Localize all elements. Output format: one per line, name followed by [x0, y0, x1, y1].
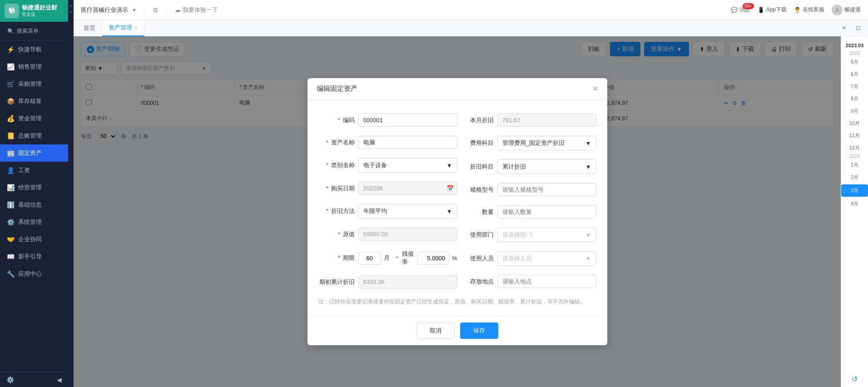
sidebar-item-sales[interactable]: 📈 销售管理: [0, 58, 68, 75]
sidebar-search-section: 🔍 搜索菜单: [0, 22, 68, 41]
form-left-col: * 编码 * 资产名称: [318, 109, 457, 293]
sidebar-item-quick-nav[interactable]: ⚡ 快捷导航: [0, 41, 68, 58]
sidebar-item-payroll[interactable]: 👤 工资: [0, 162, 68, 179]
dep-method-value: 年限平均: [363, 207, 387, 215]
dep-method-select[interactable]: 年限平均 ▼: [358, 204, 457, 218]
dep-method-label: * 折旧方法: [318, 207, 355, 215]
sidebar-item-label: 新手引导: [18, 253, 42, 261]
cal-month-1[interactable]: 1月: [841, 159, 868, 171]
sidebar-scroll: ▲ ▼: [68, 0, 74, 387]
save-button[interactable]: 保存: [460, 322, 498, 339]
finance-icon: 💰: [6, 115, 15, 122]
period-input[interactable]: [358, 252, 381, 265]
cal-month-6[interactable]: 6月: [841, 68, 868, 80]
inventory-icon: 📦: [6, 98, 15, 105]
cloud-btn[interactable]: ☁ 我要体验一下: [175, 6, 218, 14]
sidebar-item-label: 库存核算: [18, 97, 42, 105]
model-input[interactable]: [497, 183, 596, 196]
personnel-select[interactable]: 请选择人员 ▼: [497, 251, 596, 266]
dep-subject-select[interactable]: 累计折旧 ▼: [497, 159, 596, 174]
location-label: 存放地点: [457, 278, 494, 286]
topbar-right: 💬 消息 99+ 📱 App下载 👨‍💼 在线客服 人 畅捷通: [731, 5, 861, 15]
quantity-input[interactable]: [497, 205, 596, 218]
department-label: 使用部门: [457, 231, 494, 239]
sidebar-item-basic-info[interactable]: ℹ️ 基础信息: [0, 196, 68, 213]
category-value: 电子设备: [363, 161, 387, 169]
sidebar-item-system[interactable]: ⚙️ 系统管理: [0, 213, 68, 231]
customer-service-btn[interactable]: 👨‍💼 在线客服: [794, 6, 824, 14]
company-dropdown-icon[interactable]: ▼: [132, 7, 137, 13]
sidebar-item-fixed-assets[interactable]: 🏢 固定资产: [0, 144, 68, 162]
original-value-input[interactable]: [358, 228, 457, 241]
original-value-row: * 原值: [318, 223, 457, 245]
residual-rate-input[interactable]: [417, 252, 449, 265]
sidebar-item-app-center[interactable]: 🔧 应用中心: [0, 265, 68, 283]
cal-month-10[interactable]: 10月: [841, 117, 868, 129]
cal-month-2[interactable]: 2月: [841, 171, 868, 184]
category-select[interactable]: 电子设备 ▼: [358, 158, 457, 173]
sidebar-item-purchase[interactable]: 🛒 采购管理: [0, 75, 68, 93]
period-residual-row: * 期限 月 * 残值率 %: [318, 245, 457, 271]
asset-name-label: * 资产名称: [318, 139, 355, 147]
tab-home[interactable]: 首页: [77, 20, 102, 36]
settings-gear-icon[interactable]: ⚙️: [6, 376, 14, 383]
topbar-left: 医疗器械行业演示 ▼ | ⚙ | ☁ 我要体验一下: [81, 6, 218, 14]
cal-month-8[interactable]: 8月: [841, 93, 868, 105]
initial-dep-row: 期初累计折旧: [318, 271, 457, 293]
sidebar-item-enterprise[interactable]: 🤝 企业协同: [0, 231, 68, 248]
calendar-icon[interactable]: 📅: [446, 185, 454, 192]
sidebar-item-guide[interactable]: 📖 新手引导: [0, 248, 68, 265]
cal-month-9[interactable]: 9月: [841, 105, 868, 117]
enterprise-icon: 🤝: [6, 236, 15, 243]
collapse-icon[interactable]: ◀: [57, 376, 62, 383]
app-download-btn[interactable]: 📱 App下载: [758, 6, 787, 14]
cal-month-3-active[interactable]: 3月: [841, 184, 868, 197]
modal-close-btn[interactable]: ✕: [592, 84, 598, 93]
cal-year-2023b: 2023: [849, 154, 859, 159]
dep-subject-value: 累计折旧: [502, 163, 526, 171]
month-dep-label: 本月折旧: [457, 116, 494, 124]
purchase-icon: 🛒: [6, 80, 15, 88]
user-name: 畅捷通: [844, 6, 861, 14]
sidebar-item-operations[interactable]: 📊 经营管理: [0, 179, 68, 196]
asset-name-input[interactable]: [358, 136, 457, 149]
tab-close-icon[interactable]: ×: [135, 25, 138, 30]
search-menu-btn[interactable]: 🔍 搜索菜单: [5, 25, 64, 37]
quick-nav-icon: ⚡: [6, 46, 15, 53]
department-select[interactable]: 请选择部门 ▼: [497, 228, 596, 242]
sidebar-item-ledger[interactable]: 📒 总账管理: [0, 127, 68, 144]
purchase-date-input[interactable]: [358, 182, 457, 195]
cal-month-12[interactable]: 12月: [841, 142, 868, 154]
expense-subject-select[interactable]: 管理费用_固定资产折旧 ▼: [497, 136, 596, 150]
cal-month-11[interactable]: 11月: [841, 129, 868, 142]
expense-dropdown-icon: ▼: [585, 140, 591, 147]
cal-refresh-icon[interactable]: ↺: [852, 375, 858, 383]
cancel-button[interactable]: 取消: [417, 322, 455, 339]
scroll-up-btn[interactable]: ▲: [68, 2, 74, 9]
download-icon: 📱: [758, 7, 764, 13]
sidebar-item-label: 基础信息: [18, 201, 42, 209]
code-input[interactable]: [358, 114, 457, 127]
cal-month-4[interactable]: 4月: [841, 198, 868, 210]
period-label: * 期限: [318, 254, 355, 262]
cal-date-header: 2023.03: [841, 40, 868, 51]
sidebar-item-inventory[interactable]: 📦 库存核算: [0, 93, 68, 110]
sidebar-item-finance[interactable]: 💰 资金管理: [0, 110, 68, 127]
tab-close-btn[interactable]: ✕: [838, 23, 850, 33]
model-label: 规格型号: [457, 186, 494, 194]
personnel-label: 使用人员: [457, 254, 494, 263]
personnel-dropdown-icon: ▼: [585, 255, 591, 262]
tab-home-label: 首页: [84, 24, 95, 32]
settings-icon[interactable]: ⚙: [153, 6, 159, 14]
search-icon: 🔍: [7, 28, 14, 35]
message-btn[interactable]: 💬 消息 99+: [731, 6, 750, 14]
user-info: 人 畅捷通: [832, 5, 861, 15]
cal-month-5[interactable]: 5月: [841, 56, 868, 68]
location-input[interactable]: [497, 275, 596, 288]
category-dropdown-icon: ▼: [446, 162, 452, 169]
cal-month-7[interactable]: 7月: [841, 80, 868, 93]
scroll-down-btn[interactable]: ▼: [68, 9, 74, 15]
tab-asset-management[interactable]: 资产管理 ×: [102, 20, 144, 36]
sidebar-item-label: 采购管理: [18, 80, 42, 88]
tab-expand-btn[interactable]: ⊡: [852, 23, 864, 33]
